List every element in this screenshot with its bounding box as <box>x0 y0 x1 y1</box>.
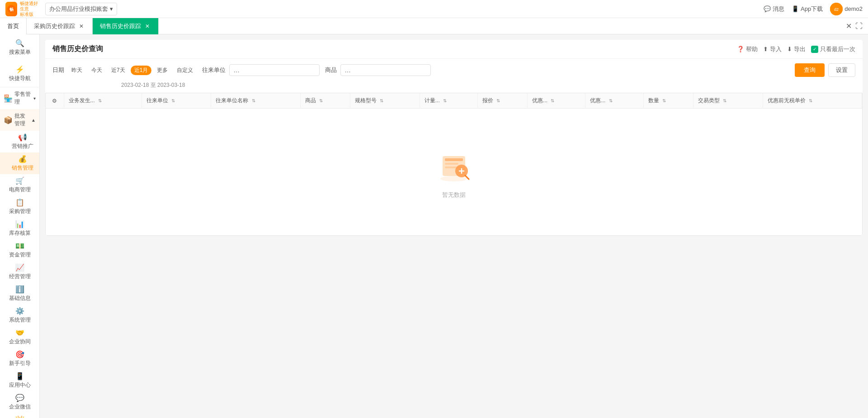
settings-button[interactable]: 设置 <box>828 63 855 77</box>
date-btn-1month[interactable]: 近1月 <box>131 66 152 75</box>
sidebar-item-search-menu[interactable]: 🔍 搜索菜单 <box>0 34 39 61</box>
sidebar-item-sales-mgmt[interactable]: 💰 销售管理 <box>0 152 39 174</box>
top-bar-left: 畅 畅捷通好生意 标准版 办公用品行业模拟账套 ▾ <box>5 1 117 17</box>
sort-icon-qty: ⇅ <box>662 98 666 103</box>
table-col-partner-name[interactable]: 往来单位名称 ⇅ <box>211 93 301 109</box>
page-actions: ❓ 帮助 ⬆ 导入 ⬇ 导出 ✓ 只看最后一次 <box>737 45 855 53</box>
tab-close-all-icon[interactable]: ✕ <box>846 22 852 30</box>
purchase-icon: 📋 <box>15 198 24 207</box>
page-header: 销售历史价查询 ❓ 帮助 ⬆ 导入 ⬇ 导出 ✓ <box>45 40 863 58</box>
partner-label: 往来单位 <box>202 66 226 74</box>
date-btn-custom[interactable]: 自定义 <box>173 66 197 75</box>
app-download-btn[interactable]: 📱 App下载 <box>792 5 823 13</box>
empty-state: 暂无数据 <box>46 109 862 235</box>
table-col-partner-code[interactable]: 往来单位 ⇅ <box>142 93 211 109</box>
sidebar-item-member[interactable]: 👑 畅会员 <box>0 413 39 418</box>
sidebar: 🔍 搜索菜单 ⚡ 快捷导航 🏪 零售管理 ▾ 📦 批发管理 ▲ 📢 营销推广 💰… <box>0 34 40 418</box>
user-area[interactable]: d2 demo2 <box>830 3 863 15</box>
quick-nav-icon: ⚡ <box>15 65 24 74</box>
export-icon: ⬇ <box>787 46 792 52</box>
sidebar-item-inventory[interactable]: 📊 库存核算 <box>0 218 39 239</box>
sidebar-item-purchase-mgmt[interactable]: 📋 采购管理 <box>0 196 39 218</box>
only-last-checkbox[interactable]: ✓ 只看最后一次 <box>811 45 855 53</box>
query-button[interactable]: 查询 <box>795 63 825 77</box>
sidebar-item-operations[interactable]: 📈 经营管理 <box>0 261 39 283</box>
app-center-icon: 📱 <box>15 372 24 380</box>
logo-area: 畅 畅捷通好生意 标准版 <box>5 1 42 17</box>
help-btn[interactable]: ❓ 帮助 <box>737 45 758 53</box>
main-layout: 🔍 搜索菜单 ⚡ 快捷导航 🏪 零售管理 ▾ 📦 批发管理 ▲ 📢 营销推广 💰… <box>0 34 868 418</box>
table-col-qty[interactable]: 数量 ⇅ <box>643 93 693 109</box>
sidebar-item-retail-mgmt[interactable]: 🏪 零售管理 ▾ <box>0 87 39 109</box>
sidebar-item-app-center[interactable]: 📱 应用中心 <box>0 370 39 391</box>
table-col-spec[interactable]: 规格型号 ⇅ <box>350 93 420 109</box>
table-col-discount2[interactable]: 优惠... ⇅ <box>585 93 643 109</box>
sort-icon-unit: ⇅ <box>443 98 447 103</box>
date-range-row: 2023-02-18 至 2023-03-18 <box>45 81 863 93</box>
empty-illustration <box>434 145 474 185</box>
svg-rect-7 <box>445 163 458 165</box>
wholesale-icon: 📦 <box>4 116 13 124</box>
sidebar-item-marketing[interactable]: 📢 营销推广 <box>0 131 39 152</box>
table-col-discount1[interactable]: 优惠... ⇅ <box>528 93 585 109</box>
enterprise-icon: 🤝 <box>15 328 24 337</box>
tab-bar: 首页 采购历史价跟踪 ✕ 销售历史价跟踪 ✕ ✕ ⛶ <box>0 18 868 34</box>
table-col-goods[interactable]: 商品 ⇅ <box>300 93 350 109</box>
wechat-icon: 💬 <box>15 394 24 402</box>
checkbox-checked-icon: ✓ <box>811 46 818 53</box>
retail-icon: 🏪 <box>4 94 13 103</box>
sort-icon-goods: ⇅ <box>319 98 323 103</box>
content-wrapper: 销售历史价查询 ❓ 帮助 ⬆ 导入 ⬇ 导出 ✓ <box>45 40 863 236</box>
system-icon: ⚙️ <box>15 307 24 315</box>
gear-icon: ⚙ <box>52 98 57 104</box>
date-btn-7days[interactable]: 近7天 <box>108 66 129 75</box>
top-bar-right: 💬 消息 📱 App下载 d2 demo2 <box>764 3 863 15</box>
date-btn-today[interactable]: 今天 <box>88 66 106 75</box>
svg-text:畅: 畅 <box>9 7 13 12</box>
tab-sales-history[interactable]: 销售历史价跟踪 ✕ <box>93 18 159 34</box>
date-btn-more[interactable]: 更多 <box>153 66 171 75</box>
table-col-biz-date[interactable]: 业务发生... ⇅ <box>64 93 142 109</box>
sidebar-item-finance[interactable]: 💵 资金管理 <box>0 239 39 261</box>
sidebar-item-guide[interactable]: 🎯 新手引导 <box>0 348 39 370</box>
partner-input[interactable]: ... <box>229 64 320 76</box>
sidebar-item-basic-info[interactable]: ℹ️ 基础信息 <box>0 283 39 304</box>
date-btn-yesterday[interactable]: 昨天 <box>68 66 86 75</box>
sort-icon-discount2: ⇅ <box>609 98 613 103</box>
date-range-text: 2023-02-18 至 2023-03-18 <box>121 81 185 89</box>
goods-input[interactable]: ... <box>340 64 431 76</box>
table-col-price[interactable]: 报价 ⇅ <box>478 93 528 109</box>
sort-icon-trade-type: ⇅ <box>723 98 726 103</box>
sidebar-item-wechat[interactable]: 💬 企业微信 <box>0 391 39 413</box>
tab-home[interactable]: 首页 <box>0 18 27 34</box>
table-col-trade-type[interactable]: 交易类型 ⇅ <box>693 93 763 109</box>
svg-text:d2: d2 <box>834 7 839 12</box>
data-table: ⚙ 业务发生... ⇅ 往来单位 ⇅ <box>46 93 862 235</box>
partner-filter-group: 往来单位 ... <box>202 64 320 76</box>
tab-bar-actions: ✕ ⛶ <box>846 22 868 30</box>
table-col-unit[interactable]: 计量... ⇅ <box>420 93 477 109</box>
chevron-down-icon: ▾ <box>33 96 36 101</box>
sidebar-item-quick-nav[interactable]: ⚡ 快捷导航 <box>0 61 39 87</box>
sidebar-item-enterprise[interactable]: 🤝 企业协同 <box>0 326 39 348</box>
svg-rect-6 <box>445 158 463 161</box>
sort-icon-spec: ⇅ <box>380 98 383 103</box>
sidebar-item-wholesale-mgmt[interactable]: 📦 批发管理 ▲ <box>0 109 39 131</box>
app-selector[interactable]: 办公用品行业模拟账套 ▾ <box>45 3 117 15</box>
import-btn[interactable]: ⬆ 导入 <box>763 45 782 53</box>
tab-sales-history-close[interactable]: ✕ <box>144 23 151 30</box>
tab-purchase-history[interactable]: 采购历史价跟踪 ✕ <box>27 18 93 34</box>
table-col-pretax-price[interactable]: 优惠前无税单价 ⇅ <box>763 93 862 109</box>
sidebar-item-ecommerce[interactable]: 🛒 电商管理 <box>0 174 39 196</box>
message-btn[interactable]: 💬 消息 <box>764 5 784 13</box>
table-col-gear[interactable]: ⚙ <box>46 93 64 109</box>
sort-icon-biz-date: ⇅ <box>98 98 102 103</box>
finance-icon: 💵 <box>15 242 24 250</box>
export-btn[interactable]: ⬇ 导出 <box>787 45 806 53</box>
sidebar-item-system[interactable]: ⚙️ 系统管理 <box>0 304 39 326</box>
help-icon: ❓ <box>737 46 744 52</box>
filter-actions: 查询 设置 <box>795 63 855 77</box>
tab-purchase-history-close[interactable]: ✕ <box>78 23 85 30</box>
tab-maximize-icon[interactable]: ⛶ <box>855 22 863 30</box>
partner-dots: ... <box>233 66 239 74</box>
